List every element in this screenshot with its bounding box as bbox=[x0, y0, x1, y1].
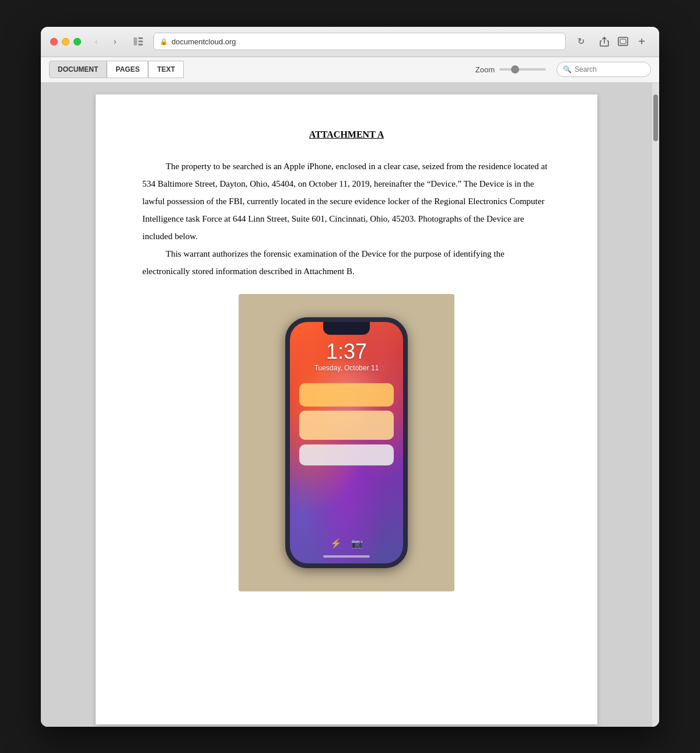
document-body: The property to be searched is an Apple … bbox=[142, 157, 551, 280]
svg-rect-3 bbox=[138, 44, 143, 45]
notification-3 bbox=[299, 444, 394, 465]
camera-icon: 📷 bbox=[351, 538, 363, 549]
flashlight-icon: ⚡ bbox=[330, 538, 342, 549]
search-box[interactable]: 🔍 bbox=[556, 62, 651, 77]
document-title: ATTACHMENT A bbox=[142, 129, 551, 140]
phone-bottom-bar bbox=[323, 555, 370, 558]
toolbar-actions: + bbox=[596, 33, 650, 50]
notification-2 bbox=[299, 411, 394, 440]
tab-text[interactable]: TEXT bbox=[148, 61, 184, 78]
search-input[interactable] bbox=[575, 65, 645, 73]
zoom-slider[interactable] bbox=[499, 68, 546, 71]
reload-button[interactable]: ↻ bbox=[573, 33, 589, 50]
close-button[interactable] bbox=[50, 38, 58, 45]
page-container[interactable]: ATTACHMENT A The property to be searched… bbox=[41, 83, 652, 727]
forward-button[interactable]: › bbox=[107, 33, 123, 50]
nav-buttons: ‹ › bbox=[88, 33, 123, 50]
back-button[interactable]: ‹ bbox=[88, 33, 104, 50]
zoom-label: Zoom bbox=[475, 65, 495, 74]
sidebar-toggle-button[interactable] bbox=[130, 33, 146, 50]
svg-rect-5 bbox=[620, 39, 626, 44]
phone-notch bbox=[323, 322, 370, 335]
new-tab-button[interactable]: + bbox=[634, 33, 650, 50]
svg-rect-4 bbox=[618, 37, 628, 45]
traffic-lights bbox=[50, 38, 81, 45]
tab-document[interactable]: DOCUMENT bbox=[49, 61, 107, 78]
svg-rect-2 bbox=[138, 41, 143, 43]
phone-date: Tuesday, October 11 bbox=[314, 364, 379, 372]
doc-toolbar: DOCUMENT PAGES TEXT Zoom 🔍 bbox=[41, 57, 659, 83]
scrollbar-thumb[interactable] bbox=[653, 94, 658, 141]
content-area: ATTACHMENT A The property to be searched… bbox=[41, 83, 659, 727]
phone-image: 1:37 Tuesday, October 11 ⚡ 📷 bbox=[239, 294, 454, 591]
address-bar[interactable]: 🔒 documentcloud.org bbox=[153, 33, 566, 50]
svg-rect-1 bbox=[138, 37, 143, 39]
phone-screen: 1:37 Tuesday, October 11 ⚡ 📷 bbox=[290, 322, 403, 563]
share-button[interactable] bbox=[596, 33, 612, 50]
phone-time: 1:37 bbox=[326, 339, 367, 364]
minimize-button[interactable] bbox=[62, 38, 69, 45]
lock-icon: 🔒 bbox=[160, 38, 168, 45]
search-icon: 🔍 bbox=[563, 65, 572, 73]
phone-mockup: 1:37 Tuesday, October 11 ⚡ 📷 bbox=[285, 317, 408, 568]
document-page: ATTACHMENT A The property to be searched… bbox=[96, 94, 597, 724]
svg-rect-0 bbox=[134, 37, 137, 45]
maximize-button[interactable] bbox=[74, 38, 81, 45]
url-text: documentcloud.org bbox=[172, 37, 236, 46]
browser-window: ‹ › 🔒 documentcloud.org ↻ bbox=[41, 27, 659, 727]
paragraph-2: This warrant authorizes the forensic exa… bbox=[142, 245, 551, 280]
tab-pages[interactable]: PAGES bbox=[107, 61, 148, 78]
phone-home-area: ⚡ 📷 bbox=[330, 538, 363, 549]
notification-1 bbox=[299, 383, 394, 407]
scrollbar[interactable] bbox=[652, 83, 659, 727]
zoom-area: Zoom 🔍 bbox=[475, 62, 651, 77]
tabs-overview-button[interactable] bbox=[615, 33, 631, 50]
document-image-container: 1:37 Tuesday, October 11 ⚡ 📷 bbox=[142, 294, 551, 591]
paragraph-1: The property to be searched is an Apple … bbox=[142, 157, 551, 245]
title-bar: ‹ › 🔒 documentcloud.org ↻ bbox=[41, 27, 659, 57]
